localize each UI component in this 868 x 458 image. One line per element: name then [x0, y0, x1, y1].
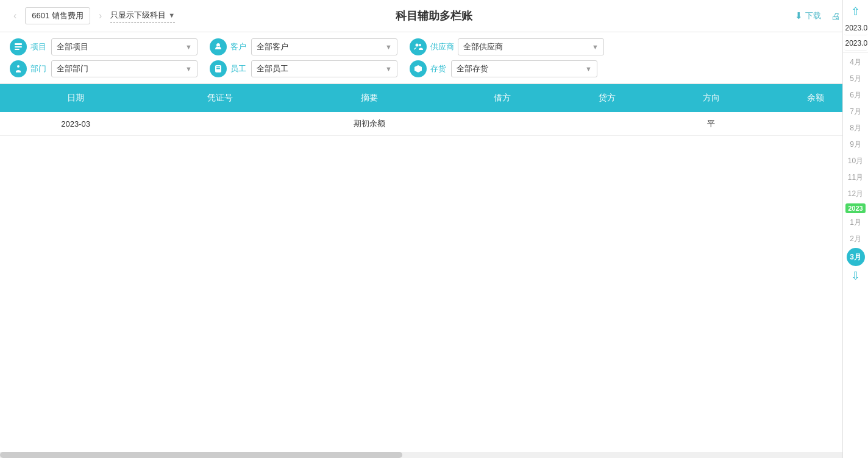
filter-item-inventory: 存货 全部存货 ▼: [410, 60, 597, 77]
dept-select[interactable]: 全部部门 ▼: [51, 60, 197, 77]
cell-debit: [450, 112, 555, 136]
filter-row-2: 部门 全部部门 ▼ 员工 全部员工 ▼: [10, 60, 858, 77]
svg-rect-2: [15, 49, 20, 50]
table-header: 日期 凭证号 摘要 借方 贷方 方向 余额: [0, 84, 868, 112]
cell-date: 2023-03: [0, 112, 151, 136]
customer-select-arrow-icon: ▼: [385, 43, 392, 51]
filter-item-project: 项目 全部项目 ▼: [10, 38, 197, 55]
inventory-label: 存货: [430, 63, 447, 74]
sidebar-month-5[interactable]: 5月: [844, 71, 867, 86]
show-sub-account-btn[interactable]: 只显示下级科目 ▼: [110, 10, 175, 23]
right-sidebar: ⇧ 2023.03 2023.03 4月 5月 6月 7月 8月 9月 10月 …: [842, 0, 868, 458]
sidebar-scroll-up-btn[interactable]: ⇧: [844, 2, 867, 21]
table-row[interactable]: 2023-03 期初余额 平: [0, 112, 868, 136]
col-summary: 摘要: [289, 84, 450, 112]
table-area: 日期 凭证号 摘要 借方 贷方 方向 余额 2023-03 期初余额: [0, 84, 868, 458]
svg-rect-7: [216, 66, 220, 68]
filter-item-dept: 部门 全部部门 ▼: [10, 60, 197, 77]
sidebar-month-6[interactable]: 6月: [844, 88, 867, 103]
scrollbar-thumb[interactable]: [0, 452, 402, 458]
sidebar-month-8[interactable]: 8月: [844, 121, 867, 136]
dept-select-value: 全部部门: [57, 63, 88, 74]
inventory-select-arrow-icon: ▼: [585, 65, 592, 72]
col-credit: 贷方: [555, 84, 659, 112]
filter-bar: 项目 全部项目 ▼ 客户 全部客户 ▼: [0, 32, 868, 84]
show-sub-label: 只显示下级科目: [110, 10, 166, 21]
main-window: ‹ 6601 销售费用 › 只显示下级科目 ▼ 科目辅助多栏账 ⬇ 下载 🖨 打…: [0, 0, 868, 458]
horizontal-scrollbar[interactable]: [0, 452, 844, 458]
supplier-label: 供应商: [430, 41, 454, 52]
sidebar-month-3-active[interactable]: 3月: [847, 248, 865, 266]
customer-select[interactable]: 全部客户 ▼: [251, 38, 397, 55]
sidebar-month-4[interactable]: 4月: [844, 55, 867, 70]
download-btn[interactable]: ⬇ 下载: [795, 10, 821, 21]
sidebar-month-1[interactable]: 1月: [844, 215, 867, 230]
col-date: 日期: [0, 84, 151, 112]
next-account-btn[interactable]: ›: [95, 9, 105, 23]
svg-rect-0: [15, 43, 22, 45]
employee-select[interactable]: 全部员工 ▼: [251, 60, 397, 77]
prev-account-btn[interactable]: ‹: [10, 9, 20, 23]
table-body: 2023-03 期初余额 平: [0, 112, 868, 136]
svg-point-3: [416, 44, 419, 47]
main-content: 日期 凭证号 摘要 借方 贷方 方向 余额 2023-03 期初余额: [0, 84, 868, 458]
title-bar-left: ‹ 6601 销售费用 › 只显示下级科目 ▼: [10, 7, 175, 24]
filter-item-employee: 员工 全部员工 ▼: [210, 60, 397, 77]
project-select[interactable]: 全部项目 ▼: [51, 38, 197, 55]
col-voucher: 凭证号: [151, 84, 289, 112]
col-direction: 方向: [659, 84, 763, 112]
sidebar-year-badge: 2023: [845, 203, 865, 213]
supplier-select[interactable]: 全部供应商 ▼: [458, 38, 604, 55]
sidebar-month-top-2[interactable]: 2023.03: [844, 37, 867, 51]
col-debit: 借方: [450, 84, 555, 112]
filter-item-customer: 客户 全部客户 ▼: [210, 38, 397, 55]
employee-icon: [210, 60, 227, 77]
project-icon: [10, 38, 27, 55]
sidebar-month-7[interactable]: 7月: [844, 104, 867, 119]
customer-icon: [210, 38, 227, 55]
cell-credit: [555, 112, 659, 136]
table-header-row: 日期 凭证号 摘要 借方 贷方 方向 余额: [0, 84, 868, 112]
customer-select-value: 全部客户: [257, 41, 288, 52]
svg-point-5: [17, 65, 20, 68]
sidebar-month-12[interactable]: 12月: [844, 186, 867, 202]
sidebar-month-top-1[interactable]: 2023.03: [844, 21, 867, 35]
inventory-icon: [410, 60, 427, 77]
filter-item-supplier: 供应商 全部供应商 ▼: [410, 38, 604, 55]
sidebar-month-9[interactable]: 9月: [844, 137, 867, 152]
download-label: 下载: [805, 10, 821, 21]
inventory-select[interactable]: 全部存货 ▼: [451, 60, 597, 77]
dept-select-arrow-icon: ▼: [185, 65, 192, 72]
cell-voucher: [151, 112, 289, 136]
print-icon: 🖨: [831, 11, 840, 21]
data-table: 日期 凭证号 摘要 借方 贷方 方向 余额 2023-03 期初余额: [0, 84, 868, 136]
sidebar-month-2[interactable]: 2月: [844, 231, 867, 247]
filter-row-1: 项目 全部项目 ▼ 客户 全部客户 ▼: [10, 38, 858, 55]
supplier-select-value: 全部供应商: [463, 41, 503, 52]
svg-point-4: [419, 44, 421, 46]
title-bar: ‹ 6601 销售费用 › 只显示下级科目 ▼ 科目辅助多栏账 ⬇ 下载 🖨 打…: [0, 0, 868, 32]
employee-label: 员工: [230, 63, 247, 74]
customer-label: 客户: [230, 41, 247, 52]
employee-select-value: 全部员工: [257, 63, 288, 74]
project-select-arrow-icon: ▼: [185, 43, 192, 51]
supplier-select-arrow-icon: ▼: [592, 43, 599, 51]
project-select-value: 全部项目: [57, 41, 88, 52]
dept-icon: [10, 60, 27, 77]
cell-summary: 期初余额: [289, 112, 450, 136]
sidebar-month-10[interactable]: 10月: [844, 153, 867, 169]
project-label: 项目: [30, 41, 48, 52]
cell-direction: 平: [659, 112, 763, 136]
show-sub-arrow-icon: ▼: [168, 12, 175, 19]
download-icon: ⬇: [795, 10, 803, 21]
supplier-icon: [410, 38, 427, 55]
inventory-select-value: 全部存货: [457, 63, 488, 74]
sidebar-month-11[interactable]: 11月: [844, 170, 867, 185]
account-code-display: 6601 销售费用: [25, 7, 90, 24]
dept-label: 部门: [30, 63, 48, 74]
page-title: 科目辅助多栏账: [396, 9, 472, 23]
sidebar-divider-1: [843, 52, 868, 53]
svg-rect-1: [15, 46, 22, 48]
employee-select-arrow-icon: ▼: [385, 65, 392, 72]
sidebar-scroll-down-btn[interactable]: ⇩: [844, 267, 867, 285]
